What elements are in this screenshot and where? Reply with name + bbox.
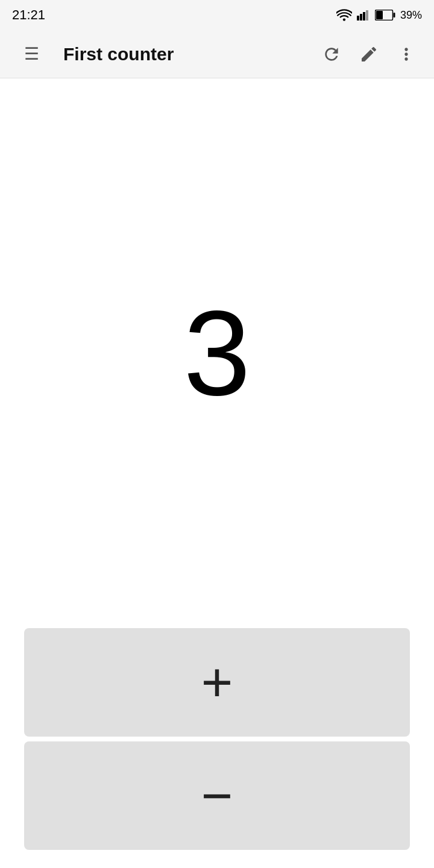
svg-rect-1	[357, 16, 359, 20]
edit-icon	[359, 45, 379, 64]
reload-icon	[322, 45, 341, 64]
toolbar-actions	[316, 39, 422, 70]
svg-rect-2	[360, 14, 362, 20]
status-time: 21:21	[12, 7, 45, 23]
svg-rect-4	[366, 10, 368, 20]
signal-icon	[357, 9, 370, 21]
svg-rect-7	[376, 11, 383, 19]
more-vert-icon	[397, 45, 416, 64]
counter-display: 3	[0, 78, 434, 628]
minus-symbol: −	[201, 769, 233, 823]
menu-button[interactable]: ☰	[12, 34, 51, 75]
hamburger-icon: ☰	[18, 40, 45, 69]
battery-icon	[375, 10, 395, 20]
svg-rect-3	[363, 12, 365, 20]
page-title: First counter	[63, 44, 316, 64]
svg-rect-6	[393, 13, 395, 17]
wifi-icon	[336, 9, 352, 21]
plus-symbol: +	[201, 655, 233, 709]
svg-point-0	[343, 18, 345, 20]
reset-button[interactable]	[316, 39, 347, 70]
toolbar: ☰ First counter	[0, 30, 434, 78]
counter-value: 3	[183, 293, 250, 414]
status-bar: 21:21 39%	[0, 0, 434, 30]
button-area: + −	[0, 628, 434, 868]
increment-button[interactable]: +	[24, 628, 410, 737]
decrement-button[interactable]: −	[24, 741, 410, 850]
more-options-button[interactable]	[391, 39, 422, 70]
edit-button[interactable]	[353, 39, 385, 70]
battery-percent: 39%	[400, 9, 422, 22]
status-icons: 39%	[336, 9, 422, 22]
